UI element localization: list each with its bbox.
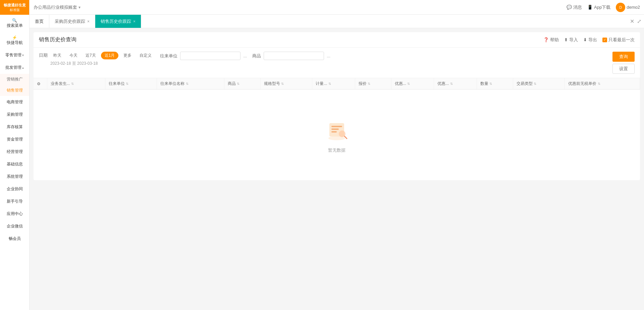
th-quoted-price[interactable]: 报价 ⇅ [355, 78, 391, 90]
th-unit[interactable]: 计量... ⇅ [312, 78, 355, 90]
query-button[interactable]: 查询 [612, 52, 635, 62]
sidebar: 畅捷通好生意 标准版 🔍 搜索菜单 ⚡ 快捷导航 零售管理 ▾ 批发管理 ▴ 营… [0, 0, 30, 310]
maximize-icon[interactable]: ⤢ [637, 18, 641, 24]
th-partner-name[interactable]: 往来单位名称 ⇅ [157, 78, 224, 90]
sidebar-item-system[interactable]: 系统管理 [0, 170, 29, 183]
sidebar-item-wholesale[interactable]: 批发管理 ▴ [0, 61, 29, 74]
page-card: 销售历史价查询 ❓ 帮助 ⬆ 导入 ⬇ 导出 ✓ [34, 32, 640, 180]
help-action[interactable]: ❓ 帮助 [543, 37, 559, 43]
sidebar-label-membership: 畅会员 [1, 236, 28, 242]
tab-sales-history[interactable]: 销售历史价跟踪 × [95, 15, 141, 28]
export-action[interactable]: ⬇ 导出 [583, 37, 597, 43]
sort-icon-partner-name: ⇅ [186, 82, 189, 86]
date-btn-today[interactable]: 今天 [66, 52, 80, 59]
tab-home[interactable]: 首页 [30, 15, 49, 28]
sidebar-item-retail[interactable]: 零售管理 ▾ [0, 49, 29, 61]
sidebar-item-inventory[interactable]: 库存核算 [0, 121, 29, 133]
sidebar-item-quicknav[interactable]: ⚡ 快捷导航 [0, 32, 29, 49]
sidebar-item-search[interactable]: 🔍 搜索菜单 [0, 15, 29, 32]
topbar-dropdown-icon[interactable]: ▾ [78, 5, 80, 10]
import-action[interactable]: ⬆ 导入 [564, 37, 578, 43]
chevron-icon: ▾ [22, 53, 24, 57]
sort-icon-biz-date: ⇅ [71, 82, 74, 86]
th-pre-tax-price[interactable]: 优惠前无税单价 ⇅ [565, 78, 640, 90]
th-biz-date[interactable]: 业务发生... ⇅ [47, 78, 105, 90]
app-download-action[interactable]: 📱 App下载 [587, 4, 610, 10]
tab-purchase-history[interactable]: 采购历史价跟踪 × [49, 15, 95, 28]
product-input[interactable] [264, 52, 324, 60]
import-label: 导入 [569, 37, 578, 43]
sidebar-item-sales[interactable]: 销售管理 [0, 85, 29, 96]
logo-text: 畅捷通好生意 [4, 3, 26, 8]
sidebar-item-operations[interactable]: 经营管理 [0, 146, 29, 158]
search-icon: 🔍 [1, 18, 28, 23]
sidebar-label-purchase: 采购管理 [1, 112, 28, 117]
sidebar-item-basics[interactable]: 基础信息 [0, 158, 29, 170]
topbar-actions: 💬 消息 📱 App下载 D demo2 [567, 3, 640, 12]
tab-sales-history-label: 销售历史价跟踪 [101, 18, 131, 24]
th-spec[interactable]: 规格型号 ⇅ [261, 78, 312, 90]
message-action[interactable]: 💬 消息 [567, 4, 582, 10]
sidebar-item-finance[interactable]: 资金管理 [0, 133, 29, 146]
th-trade-type[interactable]: 交易类型 ⇅ [513, 78, 565, 90]
sidebar-label-system: 系统管理 [1, 174, 28, 179]
sidebar-label-wecom: 企业微信 [1, 223, 28, 229]
th-discount2[interactable]: 优惠... ⇅ [434, 78, 477, 90]
tab-sales-history-close[interactable]: × [133, 19, 136, 24]
sidebar-item-wecom[interactable]: 企业微信 [0, 220, 29, 232]
page-header: 销售历史价查询 ❓ 帮助 ⬆ 导入 ⬇ 导出 ✓ [34, 32, 640, 48]
partner-ellipsis[interactable]: ... [243, 53, 247, 58]
logo-sub: 标准版 [10, 8, 20, 12]
export-icon: ⬇ [583, 37, 587, 42]
sidebar-sub-marketing: 营销推广 销售管理 [0, 74, 29, 96]
date-btn-7days[interactable]: 近7天 [83, 52, 99, 59]
close-tab-icon[interactable]: ✕ [630, 18, 634, 24]
sidebar-label-search: 搜索菜单 [1, 23, 28, 29]
th-discount1[interactable]: 优惠... ⇅ [391, 78, 434, 90]
only-last-label: 只看最后一次 [608, 37, 635, 43]
sidebar-label-operations: 经营管理 [1, 149, 28, 155]
date-filter: 昨天 今天 近7天 近1月 更多 自定义 2023-02-18 至 2023-0… [50, 52, 155, 66]
th-gear[interactable]: ⚙ [34, 78, 47, 90]
tabs-controls: ✕ ⤢ [627, 15, 644, 28]
table-container: ⚙ 业务发生... ⇅ 往来单位 ⇅ 往来单位名称 ⇅ [34, 78, 640, 180]
date-btn-custom[interactable]: 自定义 [137, 52, 155, 59]
checkbox-icon: ✓ [602, 38, 607, 42]
sidebar-label-inventory: 库存核算 [1, 124, 28, 130]
svg-rect-4 [331, 131, 337, 133]
date-btn-more[interactable]: 更多 [120, 52, 135, 59]
settings-button[interactable]: 设置 [612, 64, 635, 74]
sort-icon-trade-type: ⇅ [534, 82, 536, 86]
message-icon: 💬 [567, 5, 572, 10]
product-ellipsis[interactable]: ... [327, 53, 330, 58]
sidebar-item-ecommerce[interactable]: 电商管理 [0, 96, 29, 108]
sort-icon-quantity: ⇅ [489, 82, 492, 86]
sort-icon-unit: ⇅ [328, 82, 331, 86]
date-btn-yesterday[interactable]: 昨天 [50, 52, 64, 59]
only-last-checkbox[interactable]: ✓ 只看最后一次 [602, 37, 635, 43]
main-area: 办公用品行业模拟账套 ▾ 💬 消息 📱 App下载 D demo2 首页 采购历… [30, 0, 644, 310]
sidebar-item-marketing[interactable]: 营销推广 [0, 74, 29, 85]
tab-home-label: 首页 [35, 18, 44, 24]
sort-icon-partner-code: ⇅ [126, 82, 128, 86]
sidebar-item-collab[interactable]: 企业协同 [0, 183, 29, 195]
th-product[interactable]: 商品 ⇅ [224, 78, 260, 90]
th-partner-code[interactable]: 往来单位 ⇅ [105, 78, 157, 90]
sidebar-item-guide[interactable]: 新手引导 [0, 195, 29, 208]
user-action[interactable]: D demo2 [616, 3, 640, 12]
sidebar-label-guide: 新手引导 [1, 199, 28, 204]
date-btn-1month[interactable]: 近1月 [101, 52, 119, 59]
chevron-up-icon: ▴ [22, 66, 24, 69]
th-quantity[interactable]: 数量 ⇅ [477, 78, 513, 90]
data-table: ⚙ 业务发生... ⇅ 往来单位 ⇅ 往来单位名称 ⇅ [34, 78, 640, 90]
sidebar-item-appstore[interactable]: 应用中心 [0, 208, 29, 220]
partner-input[interactable] [180, 52, 240, 60]
date-filter-group: 日期 昨天 今天 近7天 近1月 更多 自定义 2023-02-18 至 202… [39, 52, 155, 66]
tab-purchase-history-close[interactable]: × [87, 19, 90, 24]
sidebar-item-purchase[interactable]: 采购管理 [0, 108, 29, 121]
sidebar-label-collab: 企业协同 [1, 186, 28, 192]
product-filter-group: 商品 ... [252, 52, 330, 60]
sidebar-item-membership[interactable]: 畅会员 [0, 232, 29, 245]
svg-rect-3 [331, 128, 339, 130]
sidebar-label-wholesale: 批发管理 [5, 65, 21, 70]
